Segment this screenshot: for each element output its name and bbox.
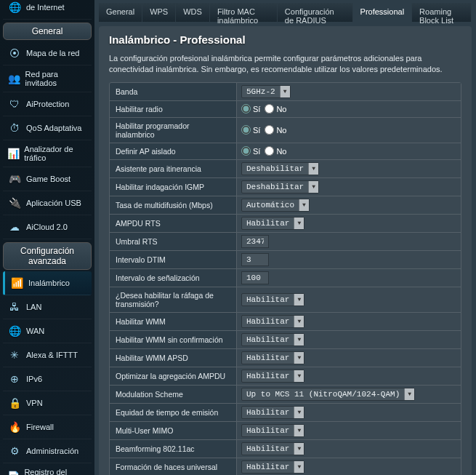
radio-scheduler-no[interactable]	[265, 125, 274, 135]
sidebar-item-guest-network[interactable]: 👥 Red para invitados	[3, 65, 92, 92]
chevron-down-icon: ▼	[299, 199, 309, 211]
radio-apisolated-no[interactable]	[265, 146, 274, 156]
radio-apisolated-yes[interactable]	[241, 146, 251, 156]
sidebar-item-vpn[interactable]: 🔒 VPN	[3, 391, 92, 415]
tab-radius[interactable]: Configuración de RADIUS	[278, 3, 353, 22]
sidebar-item-lan[interactable]: 🖧 LAN	[3, 295, 92, 319]
select-roaming-assistant[interactable]: Deshabilitar▼	[241, 162, 319, 175]
row-wmm-apsd: Habilitar WMM APSD Habilitar▼	[110, 349, 461, 367]
cloud-icon: ☁	[7, 220, 22, 234]
sidebar-header-general: General	[3, 23, 92, 40]
sidebar-item-label: Registro del sistema	[24, 468, 87, 475]
sidebar-item-wan[interactable]: 🌐 WAN	[3, 319, 92, 343]
chevron-down-icon: ▼	[294, 425, 304, 436]
row-multicast-rate: Tasa de multidifusión (Mbps) Automático▼	[110, 196, 461, 215]
label-enable-radio: Habilitar radio	[110, 101, 237, 117]
sidebar-item-label: Mapa de la red	[26, 49, 79, 57]
tab-professional[interactable]: Professional	[353, 3, 413, 22]
sidebar-item-aiprotection[interactable]: 🛡 AiProtection	[3, 92, 92, 116]
radio-enable-radio-yes[interactable]	[241, 104, 251, 113]
radio-scheduler-yes[interactable]	[241, 125, 251, 135]
sidebar-item-usb-app[interactable]: 🔌 Aplicación USB	[3, 191, 92, 215]
alexa-icon: ✳	[7, 348, 22, 362]
sidebar: 🌐 de Internet General ⦿ Mapa de la red 👥…	[0, 0, 94, 475]
professional-panel: Inalámbrico - Professional La configurac…	[99, 26, 472, 475]
label-wmm: Habilitar WMM	[110, 313, 237, 330]
sidebar-item-system-log[interactable]: 📄 Registro del sistema	[3, 463, 92, 475]
label-modulation-scheme: Modulation Scheme	[110, 386, 237, 403]
select-tx-bursting[interactable]: Habilitar▼	[241, 293, 304, 306]
ipv6-icon: ⊕	[7, 372, 22, 386]
sidebar-item-label: WAN	[26, 327, 44, 335]
chevron-down-icon: ▼	[294, 407, 304, 418]
select-multicast-rate[interactable]: Automático▼	[241, 199, 310, 212]
sidebar-item-traffic-analyzer[interactable]: 📊 Analizador de tráfico	[3, 140, 92, 167]
wan-icon: 🌐	[7, 324, 22, 338]
input-beacon-interval[interactable]	[241, 271, 269, 284]
sidebar-item-wireless[interactable]: 📶 Inalámbrico	[3, 271, 92, 295]
gamepad-icon: 🎮	[7, 172, 22, 186]
label-multicast-rate: Tasa de multidifusión (Mbps)	[110, 196, 237, 214]
select-wmm[interactable]: Habilitar▼	[241, 315, 304, 328]
select-mu-mimo[interactable]: Habilitar▼	[241, 424, 304, 437]
row-dtim-interval: Intervalo DTIM	[110, 251, 461, 269]
tab-bar: General WPS WDS Filtro MAC inalámbrico C…	[99, 3, 472, 22]
main-panel: General WPS WDS Filtro MAC inalámbrico C…	[94, 0, 476, 475]
tab-wds[interactable]: WDS	[176, 3, 210, 22]
sidebar-item-label: Administración	[26, 447, 78, 455]
chevron-down-icon: ▼	[294, 443, 304, 455]
sidebar-item-label: Game Boost	[26, 175, 70, 183]
tab-mac-filter[interactable]: Filtro MAC inalámbrico	[210, 3, 278, 22]
select-beamforming-ac[interactable]: Habilitar▼	[241, 442, 304, 455]
select-ampdu-rts[interactable]: Habilitar▼	[241, 217, 304, 230]
sidebar-item-label: Firewall	[26, 423, 54, 431]
panel-title: Inalámbrico - Professional	[109, 33, 461, 46]
shield-icon: 🛡	[7, 97, 22, 111]
select-wmm-no-ack[interactable]: Habilitar▼	[241, 333, 304, 346]
select-igmp-snooping[interactable]: Deshabilitar▼	[241, 180, 319, 193]
select-airtime-fairness[interactable]: Habilitar▼	[241, 406, 304, 419]
row-modulation-scheme: Modulation Scheme Up to MCS 11 (NitroQAM…	[110, 386, 461, 404]
row-mu-mimo: Multi-User MIMO Habilitar▼	[110, 422, 461, 440]
label-ap-isolated: Definir AP aislado	[110, 143, 237, 159]
sidebar-item-internet[interactable]: 🌐 de Internet	[3, 0, 92, 20]
select-band[interactable]: 5GHz-2 ▼	[241, 85, 291, 98]
sidebar-item-label: Aplicación USB	[26, 199, 81, 207]
row-beamforming-ac: Beamforming 802.11ac Habilitar▼	[110, 440, 461, 458]
select-modulation-scheme[interactable]: Up to MCS 11 (NitroQAM/1024-QAM)▼	[241, 388, 415, 401]
sidebar-item-alexa-ifttt[interactable]: ✳ Alexa & IFTTT	[3, 343, 92, 367]
traffic-icon: 📊	[7, 146, 20, 161]
sidebar-item-administration[interactable]: ⚙ Administración	[3, 439, 92, 463]
sidebar-item-game-boost[interactable]: 🎮 Game Boost	[3, 167, 92, 191]
sidebar-item-ipv6[interactable]: ⊕ IPv6	[3, 367, 92, 391]
tab-general[interactable]: General	[99, 3, 142, 22]
chevron-down-icon: ▼	[294, 294, 304, 306]
sidebar-header-advanced: Configuración avanzada	[3, 242, 92, 270]
sidebar-item-label: QoS Adaptativa	[26, 124, 81, 132]
settings-form: Banda 5GHz-2 ▼ Habilitar radio Sí No Hab…	[109, 82, 461, 475]
label-wmm-apsd: Habilitar WMM APSD	[110, 349, 237, 367]
tab-roaming-block-list[interactable]: Roaming Block List	[412, 3, 472, 22]
chevron-down-icon: ▼	[308, 181, 318, 193]
chevron-down-icon: ▼	[294, 461, 304, 473]
input-rts-threshold[interactable]	[241, 235, 269, 248]
sidebar-item-network-map[interactable]: ⦿ Mapa de la red	[3, 41, 92, 65]
row-ap-isolated: Definir AP aislado Sí No	[110, 143, 461, 160]
select-optimize-ampdu[interactable]: Habilitar▼	[241, 370, 304, 383]
sidebar-item-aicloud[interactable]: ☁ AiCloud 2.0	[3, 215, 92, 239]
sidebar-item-label: LAN	[26, 303, 41, 311]
input-dtim-interval[interactable]	[241, 253, 269, 266]
select-universal-beamforming[interactable]: Habilitar▼	[241, 460, 304, 474]
chevron-down-icon: ▼	[280, 86, 290, 97]
lan-icon: 🖧	[7, 300, 22, 314]
globe-icon: 🌐	[7, 0, 22, 15]
usb-icon: 🔌	[7, 196, 22, 210]
select-wmm-apsd[interactable]: Habilitar▼	[241, 351, 304, 364]
sidebar-item-qos[interactable]: ⏱ QoS Adaptativa	[3, 116, 92, 140]
sidebar-item-firewall[interactable]: 🔥 Firewall	[3, 415, 92, 439]
label-universal-beamforming: Formación de haces universal	[110, 458, 237, 475]
wifi-icon: 📶	[9, 276, 24, 290]
radio-enable-radio-no[interactable]	[265, 104, 274, 113]
sidebar-item-label: Red para invitados	[25, 70, 87, 87]
tab-wps[interactable]: WPS	[142, 3, 176, 22]
